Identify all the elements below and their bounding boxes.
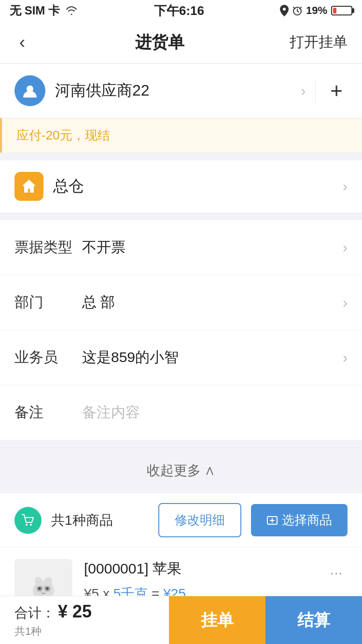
status-time: 下午6:16 — [154, 2, 204, 19]
alarm-icon — [292, 5, 302, 16]
cart-icon — [21, 513, 35, 528]
supplier-chevron-icon: › — [301, 83, 306, 99]
warehouse-name: 总仓 — [53, 176, 338, 197]
dept-value: 总 部 — [72, 293, 338, 312]
battery-text: 19% — [306, 4, 327, 17]
dept-row[interactable]: 部门 总 部 › — [0, 275, 362, 330]
supplier-row[interactable]: 河南供应商22 › + — [0, 64, 362, 118]
warehouse-chevron-icon: › — [343, 178, 348, 195]
product-name: [0000001] 苹果 — [84, 559, 313, 579]
invoice-row[interactable]: 票据类型 不开票 › — [0, 220, 362, 275]
svg-point-2 — [26, 524, 28, 526]
person-icon — [21, 82, 39, 99]
battery-icon — [331, 6, 352, 15]
warehouse-row[interactable]: 总仓 › — [0, 160, 362, 212]
nav-bar: ‹ 进货单 打开挂单 — [0, 21, 362, 64]
supplier-divider — [315, 79, 316, 103]
svg-point-10 — [39, 588, 41, 589]
product-count-text: 共1种商品 — [51, 511, 149, 530]
main-content: 河南供应商22 › + 应付-20元，现结 总仓 › 票据类型 不开票 › 部门… — [0, 64, 362, 644]
products-header: 共1种商品 修改明细 选择商品 — [0, 493, 362, 547]
sales-chevron-icon: › — [343, 350, 348, 366]
bottom-bar: 合计： ¥ 25 共1种 挂单 结算 — [0, 596, 362, 644]
supplier-name: 河南供应商22 — [55, 80, 296, 101]
wifi-icon — [65, 6, 78, 15]
open-hang-button[interactable]: 打开挂单 — [290, 32, 348, 52]
dept-label: 部门 — [14, 293, 72, 312]
invoice-chevron-icon: › — [343, 239, 348, 256]
total-label: 合计： — [14, 604, 55, 622]
total-count: 共1种 — [14, 624, 154, 639]
remark-row[interactable]: 备注 备注内容 — [0, 385, 362, 440]
hang-button[interactable]: 挂单 — [169, 596, 265, 644]
dept-chevron-icon: › — [343, 294, 348, 311]
location-icon — [280, 5, 289, 16]
product-title: 苹果 — [153, 560, 181, 576]
status-bar: 无 SIM 卡 下午6:16 19% — [0, 0, 362, 21]
sales-row[interactable]: 业务员 这是859的小智 › — [0, 330, 362, 385]
payment-hint: 应付-20元，现结 — [0, 118, 362, 153]
svg-point-3 — [30, 524, 32, 526]
add-supplier-button[interactable]: + — [325, 79, 348, 103]
add-product-icon — [266, 515, 278, 526]
remark-placeholder[interactable]: 备注内容 — [72, 403, 348, 422]
page-title: 进货单 — [135, 31, 184, 54]
select-product-button[interactable]: 选择商品 — [251, 504, 348, 536]
sales-value: 这是859的小智 — [72, 348, 338, 367]
sales-label: 业务员 — [14, 348, 72, 367]
status-left: 无 SIM 卡 — [10, 3, 78, 18]
invoice-label: 票据类型 — [14, 238, 72, 257]
svg-point-11 — [46, 588, 48, 589]
status-right: 19% — [280, 4, 352, 17]
form-card: 票据类型 不开票 › 部门 总 部 › 业务员 这是859的小智 › 备注 备注… — [0, 220, 362, 440]
total-area: 合计： ¥ 25 共1种 — [0, 596, 169, 644]
back-button[interactable]: ‹ — [14, 28, 30, 57]
select-product-label: 选择商品 — [282, 512, 332, 529]
product-code: [0000001] — [84, 560, 148, 576]
house-icon — [21, 178, 37, 195]
product-more-button[interactable]: ··· — [325, 559, 348, 587]
product-count-icon — [14, 507, 42, 534]
warehouse-icon — [14, 172, 43, 201]
total-amount: ¥ 25 — [58, 602, 92, 622]
carrier-text: 无 SIM 卡 — [10, 3, 60, 18]
supplier-avatar — [14, 75, 45, 106]
collapse-button[interactable]: 收起更多 ∧ — [0, 448, 362, 493]
invoice-value: 不开票 — [72, 238, 338, 257]
warehouse-card[interactable]: 总仓 › — [0, 160, 362, 212]
edit-detail-button[interactable]: 修改明细 — [158, 503, 241, 537]
checkout-button[interactable]: 结算 — [265, 596, 362, 644]
remark-label: 备注 — [14, 403, 72, 422]
supplier-card: 河南供应商22 › + 应付-20元，现结 — [0, 64, 362, 153]
